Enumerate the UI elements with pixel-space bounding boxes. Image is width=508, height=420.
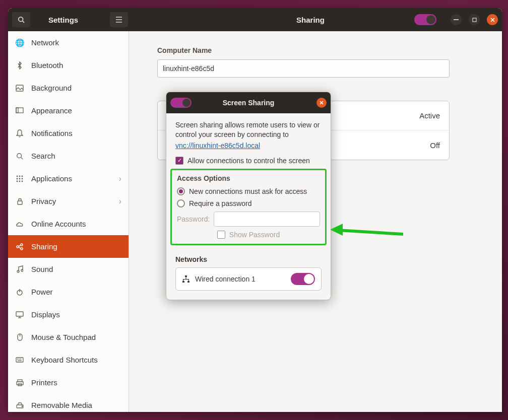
allow-control-row[interactable]: ✓ Allow connections to control the scree… xyxy=(175,157,322,165)
search-icon xyxy=(15,152,24,161)
sidebar-item-displays[interactable]: Displays xyxy=(8,303,129,326)
sidebar-item-label: Appearance xyxy=(31,106,72,115)
app-title: Settings xyxy=(48,16,78,24)
globe-icon: 🌐 xyxy=(15,38,24,47)
svg-rect-5 xyxy=(454,19,459,20)
hamburger-button[interactable] xyxy=(110,12,128,27)
network-name: Wired connection 1 xyxy=(195,275,256,283)
monitor-icon xyxy=(15,310,24,319)
svg-point-19 xyxy=(22,178,23,179)
computer-name-label: Computer Name xyxy=(157,46,474,54)
checkbox-icon: ✓ xyxy=(217,231,225,239)
sidebar[interactable]: 🌐 Network Bluetooth Background Appearanc… xyxy=(8,31,129,412)
sidebar-item-search[interactable]: Search xyxy=(8,145,129,167)
sidebar-item-label: Network xyxy=(31,38,59,47)
sidebar-item-network[interactable]: 🌐 Network xyxy=(8,31,129,54)
dialog-close-button[interactable] xyxy=(316,98,327,108)
svg-rect-52 xyxy=(187,281,189,283)
search-button[interactable] xyxy=(12,12,30,27)
svg-point-12 xyxy=(17,153,22,158)
sidebar-item-online-accounts[interactable]: Online Accounts xyxy=(8,213,129,235)
appearance-icon xyxy=(15,106,24,115)
radio-label: New connections must ask for access xyxy=(189,187,307,195)
sidebar-item-removable[interactable]: Removable Media xyxy=(8,394,129,412)
sidebar-item-bluetooth[interactable]: Bluetooth xyxy=(8,54,129,77)
sidebar-item-label: Notifications xyxy=(31,129,73,137)
sidebar-item-label: Applications xyxy=(31,174,72,183)
sidebar-item-label: Search xyxy=(31,152,55,160)
vnc-link[interactable]: vnc://linuxhint-e86c5d.local xyxy=(175,142,260,150)
svg-rect-54 xyxy=(183,279,189,279)
row-state: Off xyxy=(430,141,440,150)
bell-icon xyxy=(15,129,24,138)
sidebar-item-sharing[interactable]: Sharing xyxy=(8,235,129,258)
titlebar: Settings Sharing xyxy=(8,8,502,31)
close-button[interactable] xyxy=(487,14,498,25)
wired-icon xyxy=(182,275,190,283)
cloud-icon xyxy=(15,220,24,229)
svg-rect-33 xyxy=(16,312,23,316)
sidebar-item-label: Keyboard Shortcuts xyxy=(31,356,98,364)
svg-point-0 xyxy=(19,17,23,22)
maximize-button[interactable] xyxy=(469,14,480,25)
sidebar-item-label: Online Accounts xyxy=(31,220,86,228)
dialog-description: Screen sharing allows remote users to vi… xyxy=(175,120,322,139)
password-input[interactable] xyxy=(214,212,320,227)
svg-rect-10 xyxy=(16,108,23,113)
svg-point-17 xyxy=(17,178,18,179)
sidebar-item-appearance[interactable]: Appearance xyxy=(8,99,129,122)
sidebar-item-notifications[interactable]: Notifications xyxy=(8,122,129,145)
sharing-master-switch[interactable] xyxy=(414,14,436,25)
svg-line-27 xyxy=(19,245,21,246)
svg-point-24 xyxy=(21,244,23,246)
show-password-row[interactable]: ✓ Show Password xyxy=(177,231,320,239)
chevron-right-icon: › xyxy=(119,197,121,206)
svg-rect-53 xyxy=(185,277,186,279)
password-row: Password: xyxy=(177,212,320,227)
allow-control-label: Allow connections to control the screen xyxy=(187,157,310,165)
svg-rect-6 xyxy=(473,18,476,22)
minimize-button[interactable] xyxy=(451,14,462,25)
radio-icon xyxy=(177,199,185,207)
svg-rect-55 xyxy=(183,279,183,281)
network-switch[interactable] xyxy=(291,273,315,285)
sidebar-item-label: Mouse & Touchpad xyxy=(31,333,96,341)
svg-point-18 xyxy=(19,178,21,179)
dialog-body: Screen sharing allows remote users to vi… xyxy=(166,113,331,300)
sidebar-item-privacy[interactable]: Privacy › xyxy=(8,190,129,213)
picture-icon xyxy=(15,84,24,93)
svg-point-26 xyxy=(21,248,23,250)
svg-rect-56 xyxy=(188,279,189,281)
sidebar-item-keyboard[interactable]: Keyboard Shortcuts xyxy=(8,348,129,371)
password-label: Password: xyxy=(177,215,210,223)
row-state: Active xyxy=(419,111,440,120)
radio-ask-for-access[interactable]: New connections must ask for access xyxy=(177,187,320,195)
svg-rect-38 xyxy=(16,358,23,362)
sidebar-item-applications[interactable]: Applications › xyxy=(8,167,129,190)
svg-point-20 xyxy=(17,180,18,182)
svg-point-29 xyxy=(17,270,19,272)
access-options-highlight: Access Options New connections must ask … xyxy=(170,169,327,245)
svg-point-22 xyxy=(22,180,23,182)
svg-rect-23 xyxy=(18,201,22,204)
sidebar-item-label: Bluetooth xyxy=(31,61,63,69)
sidebar-item-label: Sharing xyxy=(31,242,57,251)
sidebar-item-power[interactable]: Power xyxy=(8,281,129,303)
network-row: Wired connection 1 xyxy=(175,267,322,291)
screen-sharing-switch[interactable] xyxy=(170,98,192,108)
sidebar-item-label: Removable Media xyxy=(31,401,92,409)
sidebar-item-mouse[interactable]: Mouse & Touchpad xyxy=(8,326,129,348)
sidebar-item-background[interactable]: Background xyxy=(8,77,129,99)
sidebar-item-sound[interactable]: Sound xyxy=(8,258,129,281)
svg-point-47 xyxy=(22,406,23,407)
svg-line-1 xyxy=(23,21,25,23)
sidebar-item-label: Power xyxy=(31,288,53,296)
sidebar-item-label: Sound xyxy=(31,265,53,273)
sidebar-item-printers[interactable]: Printers xyxy=(8,371,129,394)
share-icon xyxy=(15,242,24,251)
window-controls xyxy=(451,14,498,25)
radio-require-password[interactable]: Require a password xyxy=(177,199,320,207)
chevron-right-icon: › xyxy=(119,174,121,183)
computer-name-input[interactable] xyxy=(157,59,450,78)
drive-icon xyxy=(15,401,24,410)
